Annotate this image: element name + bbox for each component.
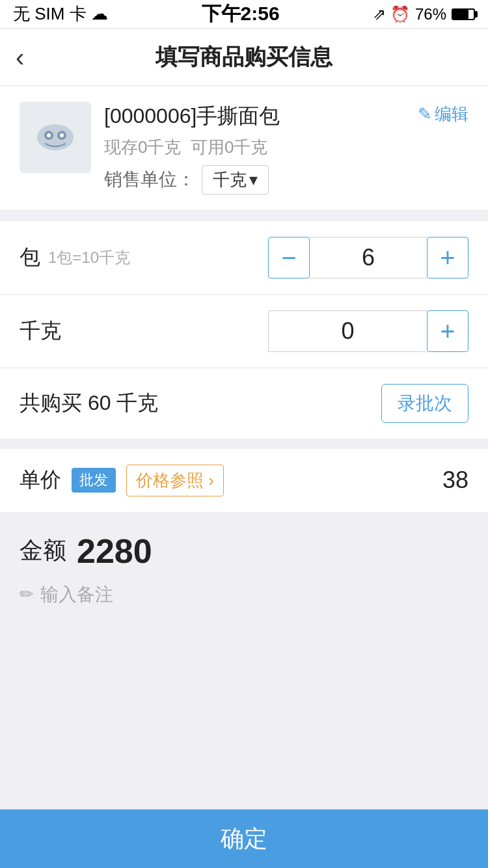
note-placeholder: 输入备注 xyxy=(40,582,113,607)
input-section: 包 1包=10千克 − + 千克 + xyxy=(0,221,488,368)
package-plus-button[interactable]: + xyxy=(427,237,468,278)
battery-icon: ⇗ ⏰ xyxy=(373,5,410,23)
kg-quantity-control: + xyxy=(268,310,468,352)
battery-bar xyxy=(452,8,475,20)
svg-point-4 xyxy=(60,133,64,137)
product-stock: 现存0千克 可用0千克 xyxy=(104,136,405,159)
nav-bar: ‹ 填写商品购买信息 xyxy=(0,29,488,86)
package-quantity-control: − + xyxy=(268,237,468,278)
record-batch-button[interactable]: 录批次 xyxy=(381,384,468,423)
product-card-right: ✎ 编辑 xyxy=(418,102,468,126)
status-time: 下午2:56 xyxy=(202,1,280,27)
total-row: 共购买 60 千克 录批次 xyxy=(0,368,488,439)
kg-input-row: 千克 + xyxy=(0,295,488,368)
unit-select[interactable]: 千克 ▾ xyxy=(202,165,269,195)
note-row[interactable]: ✏ 输入备注 xyxy=(20,582,468,607)
confirm-button-label: 确定 xyxy=(221,823,267,855)
package-quantity-input[interactable] xyxy=(310,237,427,278)
amount-label: 金额 xyxy=(20,535,66,567)
edit-icon: ✎ xyxy=(418,104,432,124)
back-button[interactable]: ‹ xyxy=(16,42,24,72)
amount-value: 2280 xyxy=(77,532,152,571)
product-unit-row: 销售单位： 千克 ▾ xyxy=(104,165,405,195)
sim-status: 无 SIM 卡 ☁ xyxy=(13,3,108,25)
price-reference-button[interactable]: 价格参照 › xyxy=(126,465,224,496)
package-hint: 1包=10千克 xyxy=(48,247,130,268)
amount-row: 金额 2280 xyxy=(20,532,468,571)
price-tag: 批发 xyxy=(72,468,116,493)
price-value: 38 xyxy=(442,467,468,494)
chevron-down-icon: ▾ xyxy=(249,170,258,190)
price-section: 单价 批发 价格参照 › 38 xyxy=(0,449,488,512)
product-card: [0000006]手撕面包 现存0千克 可用0千克 销售单位： 千克 ▾ ✎ 编… xyxy=(0,86,488,211)
package-input-row: 包 1包=10千克 − + xyxy=(0,221,488,295)
status-left: 无 SIM 卡 ☁ xyxy=(13,3,108,25)
confirm-button[interactable]: 确定 xyxy=(0,809,488,868)
kg-plus-button[interactable]: + xyxy=(427,310,468,352)
separator-1 xyxy=(0,211,488,221)
pencil-icon: ✏ xyxy=(20,584,34,604)
total-label: 共购买 60 千克 xyxy=(20,389,158,418)
kg-quantity-input[interactable] xyxy=(268,310,427,352)
page-title: 填写商品购买信息 xyxy=(156,42,332,72)
edit-button[interactable]: ✎ 编辑 xyxy=(418,103,468,126)
price-label: 单价 xyxy=(20,466,61,495)
product-info: [0000006]手撕面包 现存0千克 可用0千克 销售单位： 千克 ▾ xyxy=(104,102,405,195)
package-label: 包 1包=10千克 xyxy=(20,243,130,272)
package-minus-button[interactable]: − xyxy=(268,237,310,278)
status-right: ⇗ ⏰ 76% xyxy=(373,5,475,23)
separator-2 xyxy=(0,439,488,449)
battery-level: 76% xyxy=(415,5,446,23)
amount-section: 金额 2280 ✏ 输入备注 xyxy=(0,512,488,617)
kg-label: 千克 xyxy=(20,317,61,346)
product-thumbnail xyxy=(20,102,91,173)
svg-point-3 xyxy=(47,133,51,137)
status-bar: 无 SIM 卡 ☁ 下午2:56 ⇗ ⏰ 76% xyxy=(0,0,488,29)
product-name: [0000006]手撕面包 xyxy=(104,102,405,131)
